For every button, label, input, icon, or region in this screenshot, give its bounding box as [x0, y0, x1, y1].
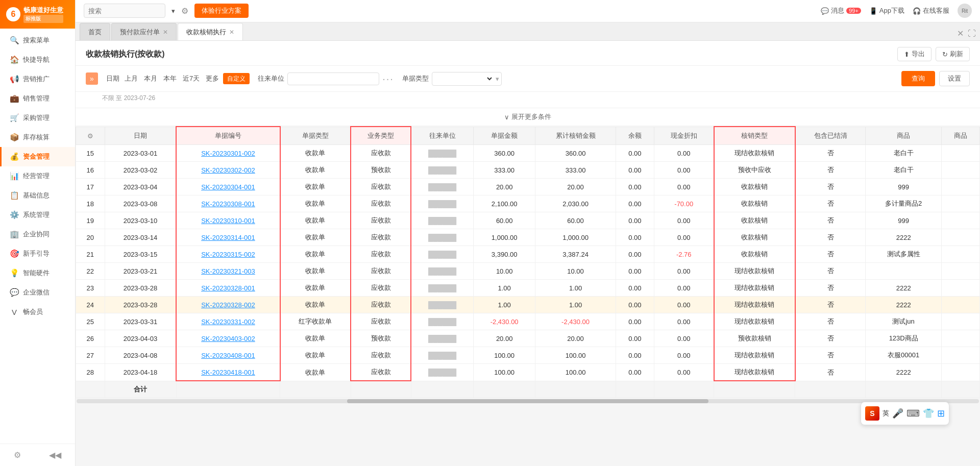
cell-bill_no[interactable]: SK-20230308-001	[176, 195, 280, 212]
sidebar-item-basic[interactable]: 📋基础信息	[0, 186, 75, 205]
settings-icon[interactable]: ⚙	[14, 450, 21, 460]
sidebar-item-system[interactable]: ⚙️系统管理	[0, 205, 75, 225]
app-icon: 📱	[869, 7, 877, 15]
bill-no-link[interactable]: SK-20230308-001	[201, 200, 255, 208]
bill-no-link[interactable]: SK-20230310-001	[201, 217, 255, 225]
date-link-上月[interactable]: 上月	[122, 73, 140, 84]
sidebar-item-enterprise[interactable]: 🏢企业协同	[0, 225, 75, 244]
cell-discount: 0.00	[654, 263, 714, 280]
sidebar-item-sales[interactable]: 💼销售管理	[0, 89, 75, 108]
sidebar-item-marketing[interactable]: 📢营销推广	[0, 69, 75, 89]
avatar[interactable]: Rit	[958, 4, 972, 18]
bill-no-link[interactable]: SK-20230314-001	[201, 234, 255, 241]
date-link-本月[interactable]: 本月	[142, 73, 159, 84]
table-row: 182023-03-08SK-20230308-001收款单应收款██████2…	[76, 195, 980, 212]
float-shirt-icon[interactable]: 👕	[923, 408, 934, 419]
cell-bill_no[interactable]: SK-20230304-001	[176, 179, 280, 195]
sidebar-item-operation[interactable]: 📊经营管理	[0, 166, 75, 186]
message-button[interactable]: 💬 消息 99+	[821, 6, 861, 15]
tab-prepay[interactable]: 预付款应付单✕	[111, 23, 177, 40]
export-button[interactable]: ⬆ 导出	[897, 47, 932, 61]
sidebar-item-wechat[interactable]: 💬企业微信	[0, 283, 75, 302]
settings-filter-button[interactable]: 设置	[939, 71, 970, 86]
cell-bill_no[interactable]: SK-20230315-002	[176, 246, 280, 263]
cell-bill_no[interactable]: SK-20230314-001	[176, 229, 280, 246]
cell-bill_no[interactable]: SK-20230328-002	[176, 297, 280, 313]
table-row: 202023-03-14SK-20230314-001收款单应收款██████1…	[76, 229, 980, 246]
bill-no-link[interactable]: SK-20230328-001	[201, 284, 255, 292]
tab-close-receipt[interactable]: ✕	[229, 29, 234, 36]
search-input[interactable]	[84, 4, 165, 18]
bill-no-link[interactable]: SK-20230321-003	[201, 267, 255, 275]
service-button[interactable]: 🎧 在线客服	[913, 6, 949, 15]
footer-cell-amount	[474, 381, 535, 398]
custom-date-button[interactable]: 自定义	[223, 73, 250, 84]
bill-no-link[interactable]: SK-20230408-001	[201, 352, 255, 359]
sidebar-item-hardware[interactable]: 💡智能硬件	[0, 263, 75, 283]
query-button[interactable]: 查询	[901, 71, 935, 86]
solution-button[interactable]: 体验行业方案	[194, 4, 249, 18]
cell-bill_no[interactable]: SK-20230418-001	[176, 364, 280, 381]
cell-bill_no[interactable]: SK-20230331-002	[176, 313, 280, 330]
dropdown-button[interactable]: ▾	[172, 7, 175, 15]
sidebar-item-inventory[interactable]: 📦库存核算	[0, 128, 75, 147]
sidebar-item-quick[interactable]: 🏠快捷导航	[0, 50, 75, 69]
bill-no-link[interactable]: SK-20230418-001	[201, 369, 255, 376]
tab-close-prepay[interactable]: ✕	[163, 29, 168, 36]
sidebar-item-finance[interactable]: 💰资金管理	[0, 147, 75, 166]
expand-tab-icon[interactable]: ⛶	[968, 29, 976, 38]
filter-toggle-button[interactable]: »	[86, 72, 98, 85]
date-link-更多[interactable]: 更多	[204, 73, 221, 84]
tab-receipt[interactable]: 收款核销执行✕	[178, 23, 243, 40]
main-area: ▾ ⚙ 体验行业方案 💬 消息 99+ 📱 App下载 🎧 在线客服 Rit 首…	[76, 0, 980, 466]
horizontal-scrollbar[interactable]	[76, 398, 980, 404]
bill-no-link[interactable]: SK-20230304-001	[201, 183, 255, 191]
cell-bill_no[interactable]: SK-20230301-002	[176, 145, 280, 162]
expand-icon: ∨	[504, 113, 509, 121]
table-row: 152023-03-01SK-20230301-002收款单应收款██████3…	[76, 145, 980, 162]
collapse-icon[interactable]: ◀◀	[49, 450, 61, 460]
bill-no-link[interactable]: SK-20230328-002	[201, 301, 255, 309]
cell-num: 19	[76, 212, 105, 229]
cell-bill_no[interactable]: SK-20230302-002	[176, 162, 280, 179]
bill-no-link[interactable]: SK-20230331-002	[201, 318, 255, 326]
date-link-近7天[interactable]: 近7天	[181, 73, 202, 84]
cell-bill_no[interactable]: SK-20230310-001	[176, 212, 280, 229]
partner-input[interactable]	[287, 72, 379, 85]
sidebar-item-guide[interactable]: 🎯新手引导	[0, 244, 75, 263]
bill-no-link[interactable]: SK-20230302-002	[201, 166, 255, 174]
cell-bill_no[interactable]: SK-20230328-001	[176, 280, 280, 297]
float-text-icon[interactable]: 英	[883, 409, 889, 418]
cell-bill_no[interactable]: SK-20230408-001	[176, 347, 280, 364]
cell-include_settled: 否	[795, 179, 866, 195]
date-link-本年[interactable]: 本年	[161, 73, 179, 84]
bill-no-link[interactable]: SK-20230301-002	[201, 150, 255, 157]
expand-more-button[interactable]: ∨ 展开更多条件	[504, 110, 551, 124]
sidebar-item-search[interactable]: 🔍搜索菜单	[0, 31, 75, 50]
app-download-button[interactable]: 📱 App下载	[869, 6, 904, 15]
sidebar-item-purchase[interactable]: 🛒采购管理	[0, 108, 75, 128]
float-grid-icon[interactable]: ⊞	[937, 408, 945, 419]
sidebar-item-member[interactable]: V畅会员	[0, 302, 75, 322]
cell-goods: 测试多属性	[866, 246, 942, 263]
table-row: 242023-03-28SK-20230328-002收款单应收款██████1…	[76, 297, 980, 313]
table-config-icon[interactable]: ⚙	[87, 132, 93, 140]
more-options-icon[interactable]: ···	[382, 73, 394, 85]
cell-include_settled: 否	[795, 212, 866, 229]
cell-bill_no[interactable]: SK-20230403-002	[176, 330, 280, 347]
bill-no-link[interactable]: SK-20230403-002	[201, 335, 255, 342]
date-range-display: 不限 至 2023-07-26	[102, 94, 155, 103]
float-mic-icon[interactable]: 🎤	[892, 408, 903, 419]
bill-type-select[interactable]	[432, 72, 494, 85]
select-arrow-icon: ▾	[494, 75, 501, 83]
tab-home[interactable]: 首页	[80, 23, 110, 40]
gear-icon[interactable]: ⚙	[181, 6, 188, 16]
cell-include_settled: 否	[795, 263, 866, 280]
float-keyboard-icon[interactable]: ⌨	[906, 408, 920, 419]
sidebar-label-guide: 新手引导	[23, 249, 50, 258]
bill-no-link[interactable]: SK-20230315-002	[201, 251, 255, 258]
cell-goods2	[941, 212, 979, 229]
refresh-button[interactable]: ↻ 刷新	[936, 47, 970, 61]
close-tab-icon[interactable]: ✕	[957, 29, 964, 38]
cell-bill_no[interactable]: SK-20230321-003	[176, 263, 280, 280]
